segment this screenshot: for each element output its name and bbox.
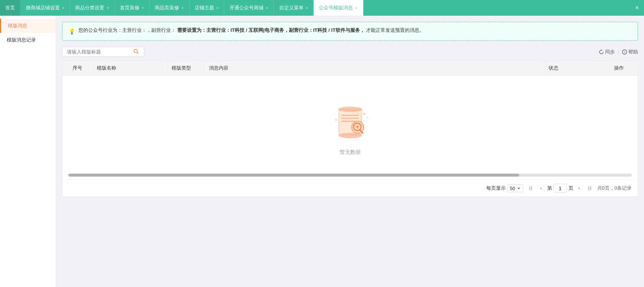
page-last-button[interactable]: ⟩⟩	[585, 184, 594, 193]
scrollbar-track[interactable]	[68, 174, 632, 177]
nav-tab-label: 首页装修	[120, 4, 139, 11]
page-size-value: 50	[510, 186, 515, 191]
notice-icon: 💡	[68, 27, 76, 36]
page-first-button[interactable]: ⟨⟨	[526, 184, 535, 193]
svg-point-11	[338, 133, 362, 138]
nav-tab-open-mall[interactable]: 开通公众号商城 ×	[224, 0, 274, 16]
toolbar-divider: |	[618, 49, 619, 55]
close-icon[interactable]: ×	[62, 6, 64, 10]
search-button[interactable]	[133, 48, 139, 56]
nav-tab-label: 店铺主题	[195, 4, 214, 11]
sidebar: 模版消息 模版消息记录	[0, 16, 56, 287]
page-nav: ⟨⟨ ‹ 第 页 › ⟩⟩	[526, 184, 594, 193]
nav-tab-label: 公众号模版消息	[319, 4, 353, 11]
page-size-select: 每页显示 50	[486, 184, 523, 192]
close-all-icon: ×	[635, 4, 639, 11]
th-content: 消息内容	[204, 61, 544, 75]
nav-tab-label: 商品分类设置	[75, 4, 104, 11]
empty-illustration	[328, 98, 373, 143]
sync-label: 同步	[605, 49, 615, 55]
page-size-label: 每页显示	[486, 185, 506, 192]
help-button[interactable]: ? 帮助	[622, 49, 638, 55]
sidebar-item-label: 模版消息记录	[7, 37, 36, 43]
svg-text:?: ?	[624, 51, 626, 54]
content-area: 💡 您的公众号行业为：主营行业：，副营行业： 需要设置为：主营行业：IT科技 /…	[56, 16, 644, 287]
scrollbar-thumb[interactable]	[68, 174, 519, 177]
close-icon[interactable]: ×	[216, 6, 219, 10]
notice-box: 💡 您的公众号行业为：主营行业：，副营行业： 需要设置为：主营行业：IT科技 /…	[62, 22, 638, 41]
close-icon[interactable]: ×	[355, 6, 357, 10]
nav-tab-template-msg[interactable]: 公众号模版消息 ×	[314, 0, 363, 16]
notice-suffix: 才能正常发送预置的消息。	[366, 27, 424, 33]
chevron-down-icon	[517, 186, 521, 190]
page-number-input[interactable]	[554, 184, 567, 193]
sync-icon	[599, 49, 604, 55]
th-status: 状态	[544, 61, 600, 75]
nav-tab-product-decor[interactable]: 商品页装修 ×	[150, 0, 189, 16]
notice-text: 您的公众号行业为：主营行业：，副营行业： 需要设置为：主营行业：IT科技 / 互…	[78, 27, 632, 34]
page-next-button[interactable]: ›	[575, 184, 584, 193]
nav-tab-category-settings[interactable]: 商品分类设置 ×	[70, 0, 114, 16]
sync-button[interactable]: 同步	[599, 49, 615, 55]
search-input-wrap[interactable]	[62, 47, 144, 57]
pagination-total-info: 共0页，0条记录	[597, 185, 632, 192]
table-header: 序号 模版名称 模版类型 消息内容 状态 操作	[62, 61, 638, 76]
th-index: 序号	[62, 61, 92, 75]
search-icon	[133, 49, 139, 54]
nav-tab-store-theme[interactable]: 店铺主题 ×	[189, 0, 224, 16]
notice-prefix: 您的公众号行业为：主营行业：，副营行业：	[78, 27, 176, 33]
search-bar: 同步 | ? 帮助	[62, 47, 638, 57]
empty-state: 暂无数据	[62, 76, 638, 171]
page-label-before: 第	[547, 185, 552, 192]
page-prev-button[interactable]: ‹	[537, 184, 546, 193]
help-label: 帮助	[628, 49, 638, 55]
search-input[interactable]	[65, 47, 133, 57]
svg-point-10	[338, 107, 362, 112]
nav-tab-home[interactable]: 首页	[0, 0, 21, 16]
close-icon[interactable]: ×	[181, 6, 184, 10]
sidebar-item-template-msg-record[interactable]: 模版消息记录	[0, 33, 56, 47]
pagination: 每页显示 50 ⟨⟨ ‹ 第 页 › ⟩⟩	[62, 180, 638, 196]
nav-tab-custom-menu[interactable]: 自定义菜单 ×	[274, 0, 314, 16]
svg-point-18	[367, 117, 368, 118]
th-name: 模版名称	[92, 61, 167, 75]
close-icon[interactable]: ×	[107, 6, 109, 10]
sidebar-item-template-msg[interactable]: 模版消息	[0, 19, 56, 33]
toolbar-right: 同步 | ? 帮助	[599, 49, 638, 55]
top-nav: 首页 微商城店铺设置 × 商品分类设置 × 首页装修 × 商品页装修 × 店铺主…	[0, 0, 644, 16]
nav-tab-label: 微商城店铺设置	[26, 4, 60, 11]
page-size-dropdown[interactable]: 50	[507, 184, 523, 192]
th-type: 模版类型	[167, 61, 204, 75]
svg-line-1	[137, 52, 139, 54]
close-icon[interactable]: ×	[142, 6, 144, 10]
nav-tab-label: 首页	[5, 4, 15, 11]
scrollbar-area	[62, 171, 638, 180]
help-icon: ?	[622, 49, 627, 55]
svg-point-19	[335, 119, 337, 121]
close-all-button[interactable]: ×	[630, 0, 644, 16]
main-layout: 模版消息 模版消息记录 💡 您的公众号行业为：主营行业：，副营行业： 需要设置为…	[0, 16, 644, 287]
nav-tab-label: 商品页装修	[155, 4, 179, 11]
nav-tab-store-settings[interactable]: 微商城店铺设置 ×	[21, 0, 70, 16]
th-action: 操作	[600, 61, 638, 75]
page-label-after: 页	[568, 185, 573, 192]
nav-tab-label: 自定义菜单	[279, 4, 303, 11]
close-icon[interactable]: ×	[266, 6, 268, 10]
empty-text: 暂无数据	[340, 149, 361, 156]
nav-tab-homepage-decor[interactable]: 首页装修 ×	[115, 0, 150, 16]
data-table: 序号 模版名称 模版类型 消息内容 状态 操作	[62, 61, 638, 197]
sidebar-item-label: 模版消息	[8, 23, 27, 28]
close-icon[interactable]: ×	[306, 6, 308, 10]
svg-point-17	[363, 113, 366, 115]
nav-tab-label: 开通公众号商城	[229, 4, 264, 11]
notice-highlight: 需要设置为：主营行业：IT科技 / 互联网|电子商务，副营行业：IT科技 / I…	[177, 27, 365, 33]
